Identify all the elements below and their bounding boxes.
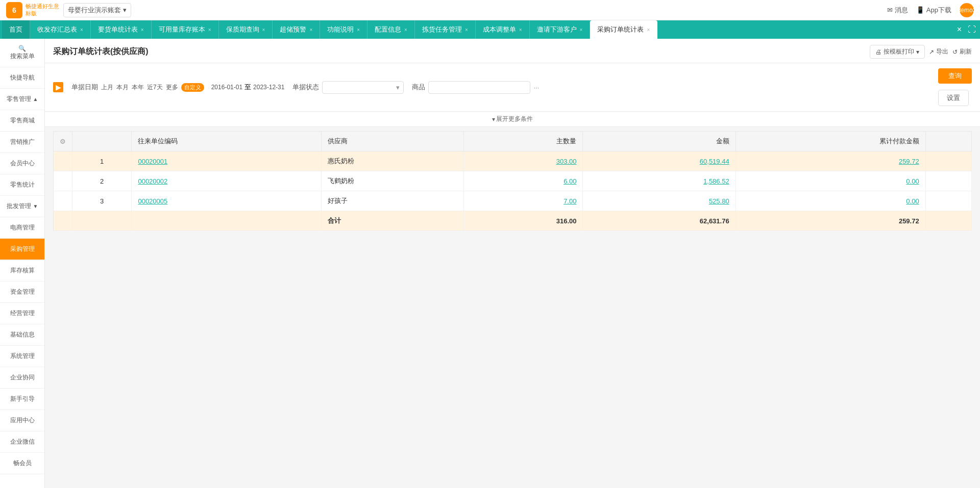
col-seq xyxy=(72,132,132,151)
tab-invite-downstream[interactable]: 邀请下游客户 × xyxy=(530,20,591,39)
tab-overstock[interactable]: 超储预警 × xyxy=(273,20,320,39)
goods-filter-label: 商品 xyxy=(412,83,425,92)
row-paid-amount: 0.00 xyxy=(736,191,925,211)
col-paid-amount: 累计付款金额 xyxy=(736,132,925,151)
sidebar-item-enterprise[interactable]: 企业协同 xyxy=(0,367,44,389)
sidebar-item-marketing[interactable]: 营销推广 xyxy=(0,132,44,153)
tab-receive-summary[interactable]: 收发存汇总表 × xyxy=(30,20,91,39)
sidebar-item-ecommerce[interactable]: 电商管理 xyxy=(0,217,44,239)
sidebar-item-finance[interactable]: 资金管理 xyxy=(0,281,44,303)
sidebar-item-inventory[interactable]: 库存核算 xyxy=(0,260,44,281)
row-supplier-name: 好孩子 xyxy=(322,191,463,211)
date-shortcuts: 上月 本月 本年 近7天 更多 自定义 xyxy=(101,83,204,92)
refresh-button[interactable]: ↺ 刷新 xyxy=(952,47,972,56)
sidebar-item-wechat[interactable]: 企业微信 xyxy=(0,431,44,453)
close-tab-inventory-book[interactable]: × xyxy=(208,27,211,33)
status-select[interactable] xyxy=(322,81,404,94)
tab-config[interactable]: 配置信息 × xyxy=(368,20,415,39)
sidebar-item-wholesale[interactable]: 批发管理 ▼ xyxy=(0,196,44,217)
sidebar-item-search[interactable]: 🔍 搜索菜单 xyxy=(0,39,44,67)
close-tab-config[interactable]: × xyxy=(404,27,407,33)
chevron-down-icon: ▾ xyxy=(123,6,127,14)
tab-purchase-summary[interactable]: 采购订单统计表 × xyxy=(590,20,657,39)
tab-cost-adjust[interactable]: 成本调整单 × xyxy=(476,20,530,39)
expand-more-bar: ▾ 展开更多条件 xyxy=(45,112,980,127)
tab-function-desc[interactable]: 功能说明 × xyxy=(320,20,368,39)
avatar[interactable]: demo2 xyxy=(960,3,974,17)
status-filter-group: 单据状态 xyxy=(292,81,404,94)
row-amount: 1,586.52 xyxy=(583,171,736,191)
row-supplier-code: 00020002 xyxy=(132,171,322,191)
row-quantity: 303.00 xyxy=(463,151,583,171)
footer-amount: 62,631.76 xyxy=(583,211,736,231)
last-7-days-shortcut[interactable]: 近7天 xyxy=(147,83,163,92)
app-download-button[interactable]: 📱 App下载 xyxy=(916,6,951,15)
tab-home[interactable]: 首页 xyxy=(2,20,30,39)
close-tab-overstock[interactable]: × xyxy=(309,27,312,33)
top-bar: 6 畅捷通好生意 标版 母婴行业演示账套 ▾ ✉ 消息 📱 App下载 demo… xyxy=(0,0,980,20)
sidebar-item-operations[interactable]: 经营管理 xyxy=(0,303,44,324)
print-button[interactable]: 🖨 按模板打印 ▾ xyxy=(870,45,925,59)
sidebar-item-basic-info[interactable]: 基础信息 xyxy=(0,324,44,346)
sidebar-item-member[interactable]: 会员中心 xyxy=(0,153,44,174)
expand-more-button[interactable]: ▾ 展开更多条件 xyxy=(492,115,533,123)
export-button[interactable]: ↗ 导出 xyxy=(929,47,948,56)
goods-input-more-icon[interactable]: ··· xyxy=(533,84,539,91)
chevron-down-icon: ▼ xyxy=(33,203,38,209)
sidebar-item-retail-shop[interactable]: 零售商城 xyxy=(0,110,44,132)
close-tab-goods-summary[interactable]: × xyxy=(141,27,144,33)
row-seq: 3 xyxy=(72,191,132,211)
settings-col-icon[interactable]: ⚙ xyxy=(60,138,66,145)
more-date-shortcut[interactable]: 更多 xyxy=(166,83,178,92)
sidebar: 🔍 搜索菜单 快捷导航 零售管理 ▲ 零售商城 营销推广 会员中心 零售统计 批… xyxy=(0,39,45,488)
settings-button[interactable]: 设置 xyxy=(938,90,969,106)
close-tab-shelf-life[interactable]: × xyxy=(262,27,265,33)
close-tab-invite-downstream[interactable]: × xyxy=(580,27,583,33)
logo-area: 6 畅捷通好生意 标版 xyxy=(6,2,59,18)
tab-shelf-life[interactable]: 保质期查询 × xyxy=(219,20,273,39)
tab-pick-task[interactable]: 拣货任务管理 × xyxy=(415,20,476,39)
this-year-shortcut[interactable]: 本年 xyxy=(132,83,144,92)
date-to[interactable]: 2023-12-31 xyxy=(253,84,284,91)
sidebar-item-app-center[interactable]: 应用中心 xyxy=(0,410,44,431)
close-tab-purchase-summary[interactable]: × xyxy=(647,27,650,33)
message-button[interactable]: ✉ 消息 xyxy=(887,6,908,15)
date-from[interactable]: 2016-01-01 xyxy=(211,84,242,91)
last-month-shortcut[interactable]: 上月 xyxy=(101,83,113,92)
close-tab-receive-summary[interactable]: × xyxy=(80,27,83,33)
col-quantity: 主数量 xyxy=(463,132,583,151)
goods-filter-group: 商品 ··· xyxy=(412,81,539,94)
row-paid-amount: 259.72 xyxy=(736,151,925,171)
maximize-button[interactable]: ⛶ xyxy=(966,23,978,36)
this-month-shortcut[interactable]: 本月 xyxy=(116,83,129,92)
row-amount: 60,519.44 xyxy=(583,151,736,171)
tab-goods-summary[interactable]: 要货单统计表 × xyxy=(91,20,152,39)
table-container: ⚙ 往来单位编码 供应商 主数量 金额 累计付款金额 1 00020001 xyxy=(45,127,980,488)
filter-area: ▶ 单据日期 上月 本月 本年 近7天 更多 自定义 2016-01-01 至 xyxy=(45,63,980,112)
status-filter-label: 单据状态 xyxy=(292,83,319,92)
page-title: 采购订单统计表(按供应商) xyxy=(53,46,149,57)
close-all-tabs-button[interactable]: × xyxy=(955,23,964,36)
tab-inventory-book[interactable]: 可用量库存账本 × xyxy=(152,20,219,39)
workspace-selector[interactable]: 母婴行业演示账套 ▾ xyxy=(63,3,131,17)
collapse-filter-button[interactable]: ▶ xyxy=(53,82,63,92)
sidebar-item-quick-nav[interactable]: 快捷导航 xyxy=(0,67,44,89)
close-tab-function-desc[interactable]: × xyxy=(357,27,360,33)
goods-input[interactable] xyxy=(428,81,530,94)
sidebar-item-system[interactable]: 系统管理 xyxy=(0,346,44,367)
sidebar-item-member2[interactable]: 畅会员 xyxy=(0,453,44,474)
sidebar-item-retail-stats[interactable]: 零售统计 xyxy=(0,174,44,196)
logo-icon: 6 xyxy=(6,2,22,18)
row-supplier-name: 惠氏奶粉 xyxy=(322,151,463,171)
sidebar-item-purchase[interactable]: 采购管理 xyxy=(0,239,44,260)
row-supplier-code: 00020005 xyxy=(132,191,322,211)
close-tab-cost-adjust[interactable]: × xyxy=(519,27,522,33)
row-supplier-code: 00020001 xyxy=(132,151,322,171)
row-supplier-name: 飞鹤奶粉 xyxy=(322,171,463,191)
nav-tabs: 首页 收发存汇总表 × 要货单统计表 × 可用量库存账本 × 保质期查询 × 超… xyxy=(0,20,980,39)
sidebar-item-retail-mgmt[interactable]: 零售管理 ▲ xyxy=(0,89,44,110)
sidebar-item-new-guide[interactable]: 新手引导 xyxy=(0,389,44,410)
row-quantity: 6.00 xyxy=(463,171,583,191)
query-button[interactable]: 查询 xyxy=(938,68,972,84)
close-tab-pick-task[interactable]: × xyxy=(465,27,468,33)
